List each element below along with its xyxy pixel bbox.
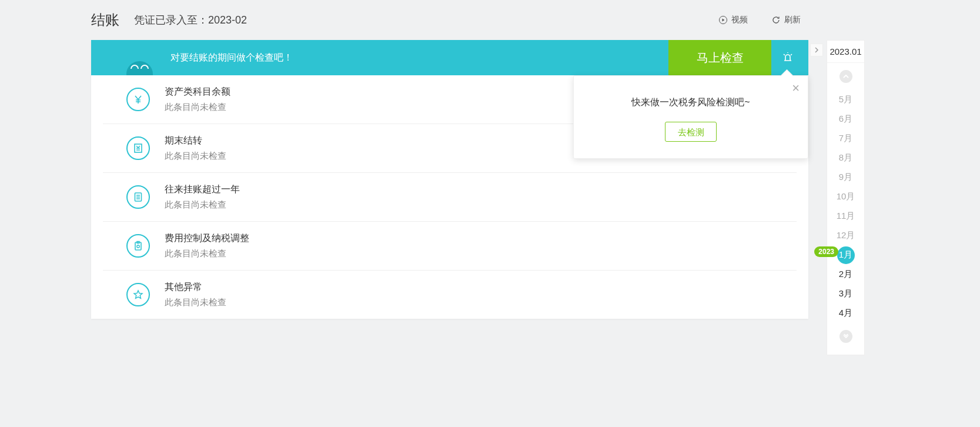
banner-text: 对要结账的期间做个检查吧！ bbox=[170, 52, 293, 64]
month-option[interactable]: 12月 bbox=[827, 226, 864, 245]
month-label: 2月 bbox=[839, 269, 852, 279]
month-option[interactable]: 8月 bbox=[827, 148, 864, 168]
item-title: 期末结转 bbox=[165, 135, 226, 147]
month-option[interactable]: 7月 bbox=[827, 129, 864, 148]
month-option[interactable]: 11月 bbox=[827, 206, 864, 226]
month-option[interactable]: 6月 bbox=[827, 109, 864, 129]
month-label: 10月 bbox=[837, 191, 855, 201]
month-option[interactable]: 3月 bbox=[827, 284, 864, 303]
month-option[interactable]: 10月 bbox=[827, 187, 864, 206]
chevron-down-icon bbox=[843, 334, 849, 339]
month-label: 6月 bbox=[839, 114, 852, 124]
expand-chevron[interactable] bbox=[810, 44, 823, 56]
item-sub: 此条目尚未检查 bbox=[165, 102, 230, 113]
item-title: 其他异常 bbox=[165, 281, 226, 293]
year-badge: 2023 bbox=[814, 246, 838, 257]
video-button[interactable]: 视频 bbox=[718, 15, 748, 25]
refresh-icon bbox=[771, 15, 781, 25]
chevron-up-icon bbox=[843, 74, 849, 79]
month-option[interactable]: 9月 bbox=[827, 168, 864, 187]
close-icon[interactable]: × bbox=[792, 82, 800, 95]
month-label: 9月 bbox=[839, 172, 852, 182]
play-icon bbox=[718, 15, 728, 25]
item-title: 费用控制及纳税调整 bbox=[165, 232, 249, 245]
item-sub: 此条目尚未检查 bbox=[165, 297, 226, 308]
month-label: 12月 bbox=[837, 230, 855, 240]
voucher-period: 凭证已录入至：2023-02 bbox=[134, 13, 247, 27]
list-item[interactable]: 其他异常此条目尚未检查 bbox=[103, 271, 797, 319]
item-sub: 此条目尚未检查 bbox=[165, 248, 249, 259]
month-label: 5月 bbox=[839, 94, 852, 104]
list-item[interactable]: 费用控制及纳税调整此条目尚未检查 bbox=[103, 222, 797, 271]
page-title: 结账 bbox=[91, 11, 119, 29]
check-banner: 对要结账的期间做个检查吧！ 马上检查 × 快来做一次税务风险检测吧~ 去检测 bbox=[91, 40, 808, 75]
main-panel: 对要结账的期间做个检查吧！ 马上检查 × 快来做一次税务风险检测吧~ 去检测 资… bbox=[91, 40, 808, 319]
item-sub: 此条目尚未检查 bbox=[165, 199, 240, 211]
check-now-button[interactable]: 马上检查 bbox=[668, 40, 771, 75]
month-label: 8月 bbox=[839, 152, 852, 162]
month-label: 4月 bbox=[839, 308, 852, 318]
document-icon bbox=[126, 185, 150, 209]
clipboard-icon bbox=[126, 234, 150, 258]
month-label: 3月 bbox=[839, 288, 852, 298]
video-label: 视频 bbox=[731, 15, 748, 25]
item-title: 往来挂账超过一年 bbox=[165, 184, 240, 196]
month-option[interactable]: 4月 bbox=[827, 303, 864, 323]
item-title: 资产类科目余额 bbox=[165, 86, 230, 98]
month-label: 7月 bbox=[839, 133, 852, 143]
list-item[interactable]: 往来挂账超过一年此条目尚未检查 bbox=[103, 173, 797, 222]
popup-text: 快来做一次税务风险检测吧~ bbox=[586, 96, 796, 109]
svg-point-5 bbox=[137, 245, 139, 248]
item-sub: 此条目尚未检查 bbox=[165, 151, 226, 162]
refresh-button[interactable]: 刷新 bbox=[771, 15, 801, 25]
star-icon bbox=[126, 283, 150, 306]
month-label: 1月 bbox=[839, 249, 852, 259]
risk-popup: × 快来做一次税务风险检测吧~ 去检测 bbox=[573, 75, 808, 159]
robot-icon bbox=[126, 61, 153, 75]
refresh-label: 刷新 bbox=[784, 15, 801, 25]
month-option[interactable]: 5月 bbox=[827, 90, 864, 109]
invoice-icon bbox=[126, 136, 150, 160]
month-option[interactable]: 20231月 bbox=[827, 245, 864, 265]
month-sidebar: 2023.01 5月6月7月8月9月10月11月12月20231月2月3月4月 bbox=[827, 40, 865, 355]
month-label: 11月 bbox=[837, 211, 855, 221]
chevron-right-icon bbox=[814, 47, 820, 53]
yen-icon bbox=[126, 88, 150, 111]
scroll-down-button[interactable] bbox=[839, 330, 852, 343]
month-option[interactable]: 2月 bbox=[827, 265, 864, 284]
bell-icon bbox=[781, 51, 795, 65]
scroll-up-button[interactable] bbox=[839, 70, 852, 83]
go-check-button[interactable]: 去检测 bbox=[665, 122, 717, 142]
year-label[interactable]: 2023.01 bbox=[827, 41, 864, 63]
